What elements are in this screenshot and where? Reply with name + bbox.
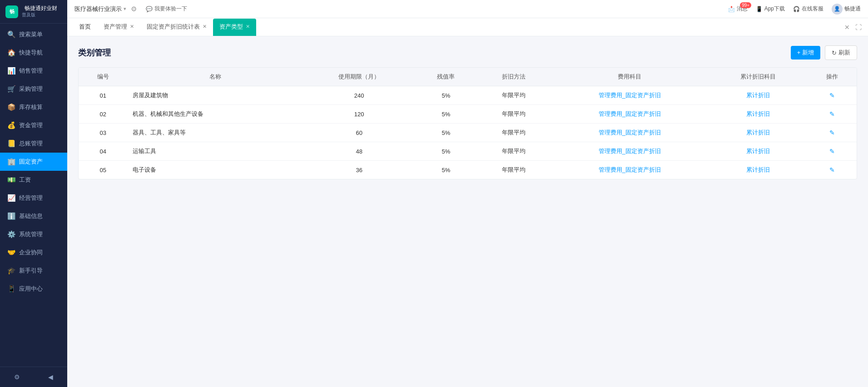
fixed-assets-icon: 🏢 xyxy=(7,158,15,166)
edit-btn-1[interactable]: ✎ xyxy=(829,110,835,118)
cell-period-4: 36 xyxy=(303,161,415,179)
cell-action-2: ✎ xyxy=(808,124,857,142)
close-tab-btn[interactable]: ✕ xyxy=(843,23,851,32)
cell-code-0: 01 xyxy=(79,86,127,105)
user-btn[interactable]: 👤 畅捷通 xyxy=(832,4,861,15)
purchase-label: 采购管理 xyxy=(19,85,43,93)
cell-name-3: 运输工具 xyxy=(127,142,303,161)
col-header-period: 使用期限（月） xyxy=(303,68,415,86)
tab-asset-type-close[interactable]: ✕ xyxy=(246,24,250,30)
sidebar-item-quick-nav[interactable]: 🏠 快捷导航 xyxy=(0,44,67,62)
expense-link-3[interactable]: 管理费用_固定资产折旧 xyxy=(599,148,661,154)
message-icon: 📩 xyxy=(728,6,735,12)
cell-code-1: 02 xyxy=(79,105,127,124)
topbar-gear-icon[interactable]: ⚙ xyxy=(131,5,137,13)
tab-depreciation-table[interactable]: 固定资产折旧统计表✕ xyxy=(140,19,213,36)
sidebar-item-search[interactable]: 🔍 搜索菜单 xyxy=(0,25,67,44)
expense-link-1[interactable]: 管理费用_固定资产折旧 xyxy=(599,110,661,117)
basic-info-icon: ℹ️ xyxy=(7,212,15,220)
sidebar-collapse-btn[interactable]: ◀ xyxy=(45,371,56,383)
fund-icon: 💰 xyxy=(7,121,15,129)
depreciation-link-1[interactable]: 累计折旧 xyxy=(746,110,770,117)
refresh-button[interactable]: ↻ 刷新 xyxy=(825,45,857,60)
cell-depreciation_subject-2: 累计折旧 xyxy=(708,124,808,142)
sidebar-item-basic-info[interactable]: ℹ️ 基础信息 xyxy=(0,207,67,225)
sidebar-item-system[interactable]: ⚙️ 系统管理 xyxy=(0,225,67,243)
enterprise-icon: 🤝 xyxy=(7,248,15,257)
asset-type-table: 编号名称使用期限（月）残值率折旧方法费用科目累计折旧科目操作 01房屋及建筑物2… xyxy=(79,68,857,179)
sidebar-item-purchase[interactable]: 🛒 采购管理 xyxy=(0,80,67,98)
edit-btn-2[interactable]: ✎ xyxy=(829,129,835,136)
tab-asset-manage[interactable]: 资产管理✕ xyxy=(97,19,140,36)
content-area: 类别管理 + 新增 ↻ 刷新 编号名称使用期限（月）残值率折旧方法费用科目累计折… xyxy=(67,36,868,387)
depreciation-link-3[interactable]: 累计折旧 xyxy=(746,148,770,154)
cell-name-1: 机器、机械和其他生产设备 xyxy=(127,105,303,124)
logo-icon: 畅 xyxy=(5,5,18,18)
col-header-residual: 残值率 xyxy=(415,68,476,86)
sidebar-item-app-center[interactable]: 📱 应用中心 xyxy=(0,280,67,298)
depreciation-link-4[interactable]: 累计折旧 xyxy=(746,166,770,173)
sidebar-item-operation[interactable]: 📈 经营管理 xyxy=(0,189,67,207)
main-area: 医疗器械行业演示 ▾ ⚙ 💬 我要体验一下 📩 消息 99+ 📱 App下载 🎧… xyxy=(67,0,868,387)
table-row: 03器具、工具、家具等605%年限平均管理费用_固定资产折旧累计折旧✎ xyxy=(79,124,857,142)
workspace-selector[interactable]: 医疗器械行业演示 ▾ xyxy=(74,5,126,13)
sidebar-settings-btn[interactable]: ⚙ xyxy=(11,371,23,383)
expense-link-4[interactable]: 管理费用_固定资产折旧 xyxy=(599,166,661,173)
sidebar-item-enterprise[interactable]: 🤝 企业协同 xyxy=(0,243,67,262)
tab-asset-manage-close[interactable]: ✕ xyxy=(130,24,134,30)
edit-btn-3[interactable]: ✎ xyxy=(829,148,835,155)
workspace-arrow-icon: ▾ xyxy=(124,6,126,12)
depreciation-link-0[interactable]: 累计折旧 xyxy=(746,92,770,99)
inventory-label: 库存核算 xyxy=(19,103,43,111)
edit-btn-4[interactable]: ✎ xyxy=(829,166,835,174)
sidebar: 畅 畅捷通好业财 普及版 🔍 搜索菜单 🏠 快捷导航 📊 销售管理 🛒 采购管理… xyxy=(0,0,67,387)
cell-depreciation_subject-4: 累计折旧 xyxy=(708,161,808,179)
expense-link-2[interactable]: 管理费用_固定资产折旧 xyxy=(599,129,661,136)
tab-asset-type[interactable]: 资产类型✕ xyxy=(213,19,256,36)
sidebar-item-sales[interactable]: 📊 销售管理 xyxy=(0,62,67,80)
cell-residual-3: 5% xyxy=(415,142,476,161)
online-service-btn[interactable]: 🎧 在线客服 xyxy=(793,5,823,13)
system-label: 系统管理 xyxy=(19,230,43,238)
table-row: 02机器、机械和其他生产设备1205%年限平均管理费用_固定资产折旧累计折旧✎ xyxy=(79,105,857,124)
topbar: 医疗器械行业演示 ▾ ⚙ 💬 我要体验一下 📩 消息 99+ 📱 App下载 🎧… xyxy=(67,0,868,18)
cell-action-1: ✎ xyxy=(808,105,857,124)
cell-action-0: ✎ xyxy=(808,86,857,105)
ledger-label: 总账管理 xyxy=(19,139,43,148)
message-btn[interactable]: 📩 消息 99+ xyxy=(728,5,748,13)
feedback-text: 我要体验一下 xyxy=(154,5,187,13)
new-button[interactable]: + 新增 xyxy=(791,46,820,60)
tab-home-label: 首页 xyxy=(79,23,91,31)
operation-icon: 📈 xyxy=(7,194,15,202)
col-header-expense_subject: 费用科目 xyxy=(551,68,708,86)
sidebar-item-guide[interactable]: 🎓 新手引导 xyxy=(0,262,67,280)
depreciation-link-2[interactable]: 累计折旧 xyxy=(746,129,770,136)
app-download-btn[interactable]: 📱 App下载 xyxy=(756,5,785,13)
col-header-name: 名称 xyxy=(127,68,303,86)
avatar: 👤 xyxy=(832,4,843,15)
app-center-icon: 📱 xyxy=(7,285,15,293)
expense-link-0[interactable]: 管理费用_固定资产折旧 xyxy=(599,92,661,99)
cell-residual-1: 5% xyxy=(415,105,476,124)
sidebar-item-fund[interactable]: 💰 资金管理 xyxy=(0,116,67,134)
cell-expense_subject-1: 管理费用_固定资产折旧 xyxy=(551,105,708,124)
cell-period-2: 60 xyxy=(303,124,415,142)
sidebar-item-inventory[interactable]: 📦 库存核算 xyxy=(0,98,67,116)
tab-home[interactable]: 首页 xyxy=(73,19,97,36)
refresh-label: 刷新 xyxy=(838,49,850,57)
topbar-feedback[interactable]: 💬 我要体验一下 xyxy=(146,5,187,13)
purchase-icon: 🛒 xyxy=(7,85,15,93)
cell-code-4: 05 xyxy=(79,161,127,179)
sidebar-item-fixed-assets[interactable]: 🏢 固定资产 xyxy=(0,153,67,171)
tab-asset-type-label: 资产类型 xyxy=(219,23,243,31)
inventory-icon: 📦 xyxy=(7,103,15,111)
tab-depreciation-table-close[interactable]: ✕ xyxy=(203,24,207,30)
online-service-icon: 🎧 xyxy=(793,6,800,12)
maximize-btn[interactable]: ⛶ xyxy=(854,23,863,32)
cell-name-2: 器具、工具、家具等 xyxy=(127,124,303,142)
col-header-depreciation_subject: 累计折旧科目 xyxy=(708,68,808,86)
edit-btn-0[interactable]: ✎ xyxy=(829,92,835,99)
sidebar-item-ledger[interactable]: 📒 总账管理 xyxy=(0,134,67,153)
sidebar-item-salary[interactable]: 💵 工资 xyxy=(0,171,67,189)
sidebar-bottom: ⚙ ◀ xyxy=(0,367,67,387)
